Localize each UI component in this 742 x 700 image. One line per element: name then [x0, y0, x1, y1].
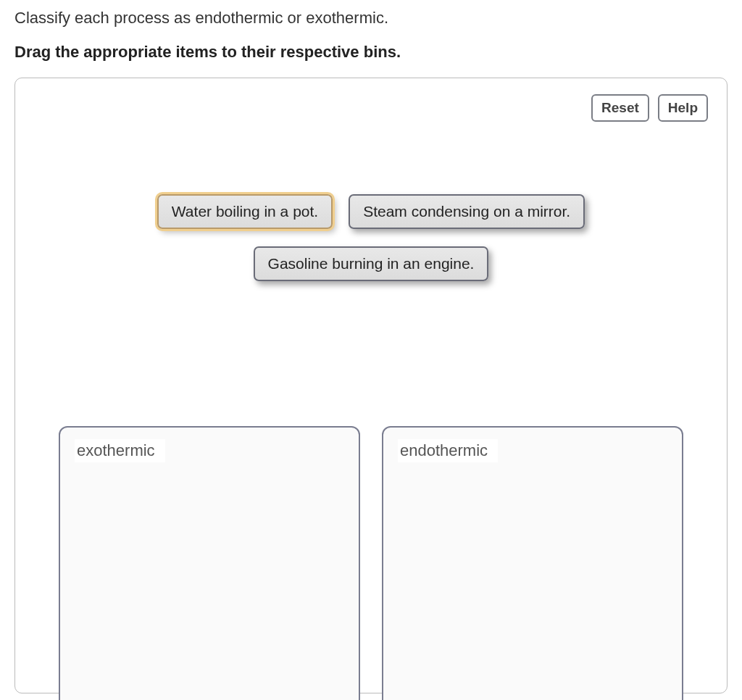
bin-endothermic[interactable]: endothermic	[382, 426, 683, 700]
draggables-row-1: Water boiling in a pot. Steam condensing…	[157, 194, 585, 229]
bin-label-exothermic: exothermic	[75, 439, 165, 462]
help-button[interactable]: Help	[658, 94, 708, 122]
bins-area: exothermic endothermic	[59, 426, 683, 700]
instruction-text: Drag the appropriate items to their resp…	[14, 43, 728, 62]
reset-button[interactable]: Reset	[591, 94, 649, 122]
bin-label-endothermic: endothermic	[398, 439, 498, 462]
draggables-row-2: Gasoline burning in an engine.	[254, 246, 489, 281]
drag-item-water-boiling[interactable]: Water boiling in a pot.	[157, 194, 333, 229]
bin-exothermic[interactable]: exothermic	[59, 426, 360, 700]
drag-item-gasoline-burning[interactable]: Gasoline burning in an engine.	[254, 246, 489, 281]
draggables-area: Water boiling in a pot. Steam condensing…	[15, 194, 727, 281]
question-text: Classify each process as endothermic or …	[14, 7, 728, 30]
drag-item-steam-condensing[interactable]: Steam condensing on a mirror.	[349, 194, 585, 229]
activity-container: Reset Help Water boiling in a pot. Steam…	[14, 78, 728, 693]
top-buttons: Reset Help	[591, 94, 708, 122]
